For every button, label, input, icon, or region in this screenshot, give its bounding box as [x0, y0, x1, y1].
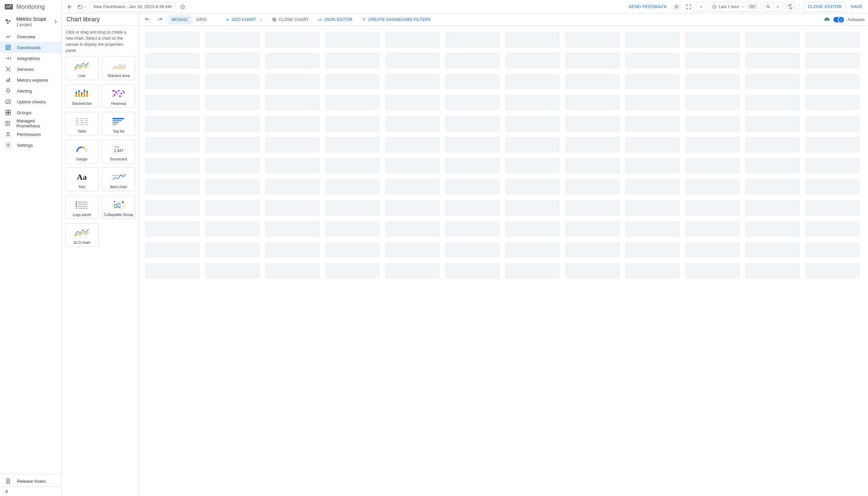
canvas-cell[interactable] — [565, 242, 620, 258]
canvas-cell[interactable] — [265, 221, 320, 237]
canvas-cell[interactable] — [505, 74, 560, 90]
canvas-cell[interactable] — [505, 53, 560, 68]
settings-gear-button[interactable] — [672, 2, 681, 12]
canvas-cell[interactable] — [265, 53, 320, 68]
send-feedback-button[interactable]: SEND FEEDBACK — [626, 2, 669, 12]
canvas-cell[interactable] — [325, 95, 380, 110]
canvas-cell[interactable] — [265, 263, 320, 279]
canvas-cell[interactable] — [685, 158, 740, 174]
canvas-cell[interactable] — [565, 116, 620, 131]
canvas-cell[interactable] — [385, 137, 440, 153]
canvas-cell[interactable] — [385, 179, 440, 195]
canvas-cell[interactable] — [505, 263, 560, 279]
canvas-cell[interactable] — [205, 200, 260, 216]
canvas-cell[interactable] — [265, 158, 320, 174]
canvas-cell[interactable] — [445, 116, 500, 131]
canvas-cell[interactable] — [625, 137, 680, 153]
canvas-cell[interactable] — [565, 32, 620, 47]
canvas-cell[interactable] — [805, 74, 860, 90]
canvas-cell[interactable] — [505, 116, 560, 131]
canvas-cell[interactable] — [445, 221, 500, 237]
canvas-cell[interactable] — [325, 53, 380, 68]
canvas-cell[interactable] — [505, 95, 560, 110]
canvas-cell[interactable] — [205, 32, 260, 47]
canvas-cell[interactable] — [205, 221, 260, 237]
canvas-cell[interactable] — [805, 263, 860, 279]
undo-button[interactable] — [142, 15, 152, 25]
canvas-cell[interactable] — [265, 179, 320, 195]
canvas-cell[interactable] — [325, 158, 380, 174]
close-editor-button[interactable]: CLOSE EDITOR — [804, 2, 846, 12]
canvas-cell[interactable] — [565, 179, 620, 195]
canvas-cell[interactable] — [385, 242, 440, 258]
chart-card-logs-panel[interactable]: Logs panel — [65, 195, 99, 219]
canvas-cell[interactable] — [445, 74, 500, 90]
canvas-cell[interactable] — [625, 116, 680, 131]
canvas-cell[interactable] — [265, 95, 320, 110]
canvas-cell[interactable] — [625, 32, 680, 47]
canvas-cell[interactable] — [505, 137, 560, 153]
canvas-cell[interactable] — [145, 95, 200, 110]
canvas-cell[interactable] — [325, 179, 380, 195]
chart-card-stacked-area[interactable]: Stacked area — [102, 56, 136, 80]
canvas-cell[interactable] — [325, 116, 380, 131]
canvas-cell[interactable] — [565, 53, 620, 68]
canvas-cell[interactable] — [445, 158, 500, 174]
canvas-cell[interactable] — [205, 263, 260, 279]
canvas-cell[interactable] — [205, 179, 260, 195]
canvas-cell[interactable] — [325, 74, 380, 90]
canvas-cell[interactable] — [505, 242, 560, 258]
chart-card-collapsible-group[interactable]: Collapsible Group — [102, 195, 136, 219]
canvas-cell[interactable] — [145, 116, 200, 131]
canvas-cell[interactable] — [505, 179, 560, 195]
canvas-cell[interactable] — [805, 179, 860, 195]
chart-card-slo-chart[interactable]: SLO chart — [65, 223, 99, 247]
canvas-cell[interactable] — [205, 116, 260, 131]
metrics-scope-selector[interactable]: Metrics Scope 1 project — [0, 14, 61, 30]
nav-permissions[interactable]: Permissions — [0, 129, 61, 140]
chart-card-line[interactable]: Line — [65, 56, 99, 80]
canvas-cell[interactable] — [385, 116, 440, 131]
canvas-cell[interactable] — [445, 200, 500, 216]
canvas-cell[interactable] — [685, 179, 740, 195]
canvas-cell[interactable] — [505, 221, 560, 237]
dashboard-canvas[interactable] — [139, 26, 868, 496]
canvas-cell[interactable] — [145, 137, 200, 153]
canvas-cell[interactable] — [265, 74, 320, 90]
canvas-cell[interactable] — [325, 32, 380, 47]
canvas-cell[interactable] — [325, 200, 380, 216]
nav-uptime-checks[interactable]: Uptime checks — [0, 96, 61, 107]
canvas-cell[interactable] — [685, 200, 740, 216]
chart-card-alert-chart[interactable]: Alert chart — [102, 168, 136, 191]
chart-card-top-list[interactable]: Top list — [102, 112, 136, 136]
canvas-cell[interactable] — [205, 158, 260, 174]
canvas-cell[interactable] — [145, 242, 200, 258]
canvas-cell[interactable] — [745, 242, 800, 258]
canvas-cell[interactable] — [625, 158, 680, 174]
canvas-cell[interactable] — [145, 74, 200, 90]
canvas-cell[interactable] — [565, 74, 620, 90]
star-button[interactable] — [178, 2, 187, 12]
canvas-cell[interactable] — [565, 221, 620, 237]
save-button[interactable]: SAVE — [849, 2, 865, 12]
canvas-cell[interactable] — [805, 116, 860, 131]
canvas-cell[interactable] — [265, 200, 320, 216]
canvas-cell[interactable] — [385, 158, 440, 174]
canvas-cell[interactable] — [385, 263, 440, 279]
add-chart-button[interactable]: ADD CHART — [222, 15, 266, 24]
canvas-cell[interactable] — [625, 179, 680, 195]
canvas-cell[interactable] — [565, 158, 620, 174]
time-next-button[interactable] — [773, 2, 782, 11]
canvas-cell[interactable] — [385, 53, 440, 68]
layout-grid-button[interactable]: GRID — [193, 15, 210, 24]
canvas-cell[interactable] — [265, 32, 320, 47]
canvas-cell[interactable] — [445, 242, 500, 258]
nav-release-notes[interactable]: Release Notes — [0, 476, 61, 486]
json-editor-button[interactable]: JSON EDITOR — [315, 15, 355, 24]
canvas-cell[interactable] — [805, 158, 860, 174]
canvas-cell[interactable] — [205, 137, 260, 153]
nav-alerting[interactable]: Alerting — [0, 86, 61, 96]
zoom-button[interactable] — [763, 2, 773, 11]
canvas-cell[interactable] — [565, 263, 620, 279]
canvas-cell[interactable] — [145, 32, 200, 47]
